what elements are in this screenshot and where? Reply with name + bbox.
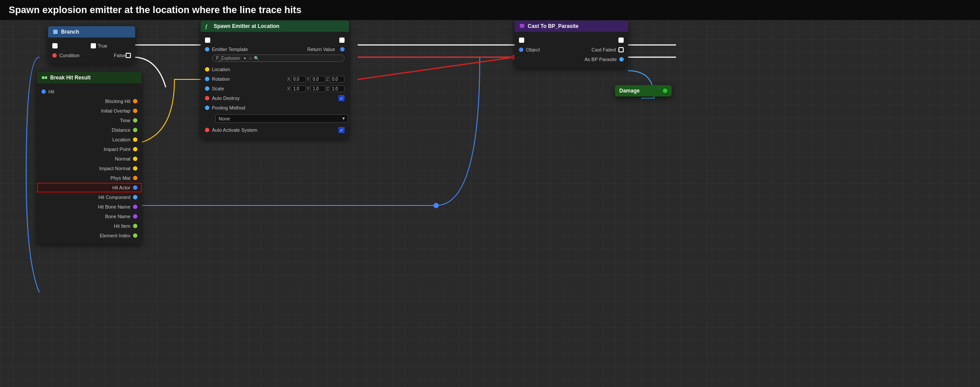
hit-bone-name-row: Hit Bone Name (37, 202, 142, 212)
pooling-dropdown[interactable]: None ▾ (215, 114, 348, 123)
damage-pin[interactable] (663, 89, 667, 93)
condition-pin[interactable] (52, 53, 57, 58)
auto-activate-checkbox[interactable]: ✓ (338, 127, 345, 133)
break-hit-title: Break Hit Result (50, 75, 91, 81)
svg-rect-13 (45, 76, 47, 79)
scale-x-input[interactable] (291, 86, 306, 92)
normal-row: Normal (37, 154, 142, 164)
scale-z-input[interactable] (330, 86, 345, 92)
branch-node: Branch True Condition False (48, 26, 135, 64)
initial-overlap-row: Initial Overlap (37, 106, 142, 116)
hit-component-row: Hit Component (37, 192, 142, 202)
svg-rect-11 (53, 30, 58, 34)
branch-title: Branch (61, 29, 79, 35)
pooling-dropdown-container: None ▾ (201, 113, 349, 125)
auto-activate-pin[interactable] (205, 128, 209, 132)
as-bp-parasite-row: As BP Parasite (515, 55, 628, 64)
damage-node: Damage (615, 85, 672, 96)
svg-point-3 (434, 203, 439, 208)
phys-mat-row: Phys Mat (37, 173, 142, 183)
hit-actor-pin[interactable] (133, 185, 137, 190)
cast-failed-pin[interactable] (618, 47, 624, 52)
branch-icon (52, 29, 58, 35)
connections-svg (0, 0, 980, 387)
branch-header: Branch (48, 26, 135, 38)
damage-title: Damage (619, 88, 640, 94)
phys-mat-pin[interactable] (133, 176, 137, 180)
pooling-method-pin[interactable] (205, 106, 209, 110)
title-banner: Spawn explosion emitter at the location … (0, 0, 980, 20)
scale-row: Scale X Y Z (201, 84, 349, 93)
spawn-emitter-body: Emitter Template Return Value P_Explosio… (201, 32, 349, 138)
cast-exec-out[interactable] (618, 38, 624, 43)
return-value-pin[interactable] (340, 47, 345, 51)
branch-exec-in-pin[interactable] (52, 43, 58, 48)
impact-point-pin[interactable] (133, 147, 137, 151)
location-row: Location (37, 135, 142, 144)
svg-rect-12 (42, 76, 44, 79)
element-index-pin[interactable] (133, 233, 137, 238)
cast-object-pin[interactable] (519, 48, 523, 52)
hit-actor-row: Hit Actor (37, 183, 142, 192)
scale-y-input[interactable] (311, 86, 325, 92)
branch-exec-row: True (48, 41, 135, 51)
pooling-method-row: Pooling Method (201, 103, 349, 113)
cast-object-row: Object Cast Failed (515, 45, 628, 55)
rotation-x-input[interactable] (291, 76, 306, 82)
spawn-exec-in[interactable] (205, 38, 210, 43)
cast-exec-row (515, 35, 628, 45)
auto-destroy-row: Auto Destroy ✓ (201, 93, 349, 103)
element-index-row: Element Index (37, 231, 142, 240)
as-bp-parasite-pin[interactable] (619, 57, 624, 62)
hit-component-pin[interactable] (133, 195, 137, 199)
break-hit-body: Hit Blocking Hit Initial Overlap Time Di… (37, 83, 142, 244)
cast-title: Cast To BP_Parasite (528, 23, 579, 29)
function-icon: f (205, 23, 211, 29)
hit-bone-name-pin[interactable] (133, 205, 137, 209)
cast-icon (519, 23, 525, 29)
emitter-template-pin[interactable] (205, 47, 209, 51)
spawn-emitter-header: f Spawn Emitter at Location (201, 21, 349, 32)
branch-exec-out-pin[interactable] (91, 43, 96, 48)
auto-destroy-checkbox[interactable]: ✓ (338, 95, 345, 101)
hit-input-pin[interactable] (41, 89, 46, 94)
emitter-pill-row: P_Explosion ▾ ⊙ 🔍 (201, 54, 349, 65)
rotation-row: Rotation X Y Z (201, 74, 349, 84)
time-pin[interactable] (133, 118, 137, 123)
branch-condition-row: Condition False (48, 51, 135, 60)
break-hit-header: Break Hit Result (37, 72, 142, 83)
break-hit-result-node: Break Hit Result Hit Blocking Hit Initia… (37, 72, 142, 244)
auto-destroy-pin[interactable] (205, 96, 209, 100)
svg-text:f: f (205, 24, 208, 29)
scale-pin[interactable] (205, 86, 209, 91)
emitter-pill[interactable]: P_Explosion ▾ ⊙ 🔍 (212, 55, 345, 62)
cast-to-bp-parasite-node: Cast To BP_Parasite Object Cast Failed A… (515, 21, 628, 68)
rotation-y-input[interactable] (311, 76, 325, 82)
auto-activate-row: Auto Activate System ✓ (201, 125, 349, 135)
cast-exec-in[interactable] (519, 38, 524, 43)
distance-pin[interactable] (133, 128, 137, 132)
impact-normal-pin[interactable] (133, 166, 137, 171)
impact-point-row: Impact Point (37, 144, 142, 154)
branch-false-pin[interactable] (126, 53, 131, 58)
spawn-exec-out[interactable] (339, 38, 345, 43)
emitter-template-row: Emitter Template Return Value (201, 45, 349, 54)
hit-pin-row: Hit (37, 87, 142, 96)
page-title: Spawn explosion emitter at the location … (9, 4, 971, 16)
damage-header: Damage (615, 85, 672, 96)
location-input-pin[interactable] (205, 67, 209, 72)
spawn-emitter-title: Spawn Emitter at Location (214, 23, 280, 29)
break-icon (41, 75, 48, 81)
hit-item-pin[interactable] (133, 224, 137, 228)
hit-item-row: Hit Item (37, 221, 142, 231)
svg-marker-15 (520, 24, 524, 28)
false-label: False (92, 53, 126, 58)
normal-pin[interactable] (133, 157, 137, 161)
blocking-hit-pin[interactable] (133, 99, 137, 103)
location-pin[interactable] (133, 137, 137, 142)
bone-name-pin[interactable] (133, 214, 137, 219)
rotation-z-input[interactable] (330, 76, 345, 82)
rotation-pin[interactable] (205, 77, 209, 81)
initial-overlap-pin[interactable] (133, 109, 137, 113)
location-input-row: Location (201, 65, 349, 74)
